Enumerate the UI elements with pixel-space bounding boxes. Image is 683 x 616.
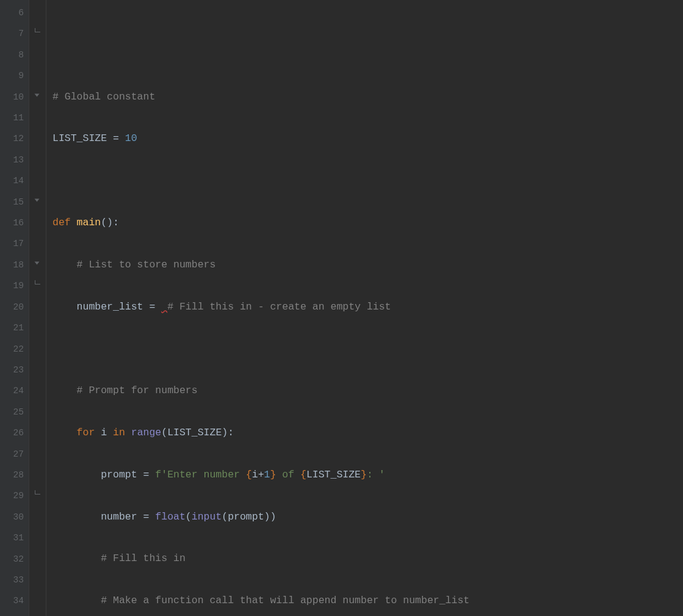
code-line[interactable]: # Prompt for numbers bbox=[52, 380, 683, 401]
code-text: LIST_SIZE = bbox=[52, 132, 125, 144]
line-number-gutter: 6789101112131415161718192021222324252627… bbox=[0, 0, 29, 616]
fold-column bbox=[29, 0, 46, 616]
function-name: main bbox=[77, 217, 101, 228]
line-number: 19 bbox=[0, 275, 29, 296]
line-number: 21 bbox=[0, 317, 29, 338]
fstring-brace: } bbox=[270, 469, 276, 480]
fstring-brace: { bbox=[246, 469, 252, 480]
code-line[interactable]: prompt = f'Enter number {i+1} of {LIST_S… bbox=[52, 465, 683, 485]
fstring-brace: } bbox=[361, 469, 367, 480]
string: of bbox=[276, 469, 300, 480]
error-underline bbox=[161, 301, 167, 313]
code-text: number = bbox=[52, 511, 155, 523]
line-number: 30 bbox=[0, 507, 29, 527]
fstring-var: i+ bbox=[252, 469, 264, 480]
code-line[interactable]: number = float(input(prompt)) bbox=[52, 507, 683, 527]
code-text: (prompt)) bbox=[222, 511, 276, 523]
fold-end-icon[interactable] bbox=[34, 280, 42, 288]
code-line[interactable]: # Fill this in bbox=[52, 548, 683, 569]
line-number: 33 bbox=[0, 570, 29, 590]
code-line[interactable] bbox=[52, 338, 683, 359]
code-text bbox=[52, 427, 77, 438]
fold-end-icon[interactable] bbox=[34, 28, 42, 35]
line-number: 22 bbox=[0, 339, 29, 360]
line-number: 6 bbox=[0, 2, 29, 23]
builtin: float bbox=[155, 511, 186, 523]
code-editor[interactable]: # Global constant LIST_SIZE = 10 def mai… bbox=[46, 0, 683, 616]
comment: # Fill this in - create an empty list bbox=[167, 301, 391, 313]
keyword: def bbox=[52, 217, 77, 228]
code-line[interactable]: number_list = # Fill this in - create an… bbox=[52, 297, 683, 317]
fold-start-icon[interactable] bbox=[34, 197, 42, 204]
line-number: 8 bbox=[0, 45, 29, 65]
fold-start-icon[interactable] bbox=[34, 92, 42, 99]
code-text: ( bbox=[186, 511, 192, 523]
fold-end-icon[interactable] bbox=[34, 490, 42, 498]
code-line[interactable]: # Make a function call that will append … bbox=[52, 590, 683, 611]
line-number: 34 bbox=[0, 590, 29, 611]
string: f'Enter number bbox=[155, 469, 246, 480]
line-number: 15 bbox=[0, 192, 29, 212]
line-number: 12 bbox=[0, 128, 29, 149]
code-line[interactable]: for i in range(LIST_SIZE): bbox=[52, 422, 683, 443]
line-number: 13 bbox=[0, 150, 29, 170]
code-text: (LIST_SIZE): bbox=[161, 427, 234, 438]
line-number: 28 bbox=[0, 465, 29, 485]
code-text: i bbox=[101, 427, 113, 438]
comment: # List to store numbers bbox=[52, 259, 215, 270]
code-line[interactable]: # List to store numbers bbox=[52, 255, 683, 275]
line-number: 18 bbox=[0, 255, 29, 275]
line-number: 16 bbox=[0, 212, 29, 233]
code-line[interactable]: LIST_SIZE = 10 bbox=[52, 128, 683, 149]
code-text: number_list = bbox=[52, 301, 161, 313]
line-number: 31 bbox=[0, 527, 29, 548]
comment: # Prompt for numbers bbox=[52, 385, 198, 396]
line-number: 11 bbox=[0, 107, 29, 128]
builtin: range bbox=[131, 427, 162, 438]
comment: # Fill this in bbox=[52, 553, 186, 564]
code-line[interactable]: def main(): bbox=[52, 212, 683, 233]
line-number: 14 bbox=[0, 170, 29, 191]
line-number: 25 bbox=[0, 402, 29, 422]
fstring-var: LIST_SIZE bbox=[306, 469, 361, 480]
line-number: 17 bbox=[0, 233, 29, 254]
fold-start-icon[interactable] bbox=[34, 259, 42, 267]
line-number: 24 bbox=[0, 380, 29, 401]
line-number: 20 bbox=[0, 297, 29, 317]
code-line[interactable] bbox=[52, 45, 683, 65]
code-text: prompt = bbox=[52, 469, 155, 480]
line-number: 9 bbox=[0, 65, 29, 86]
fstring-brace: { bbox=[300, 469, 306, 480]
number-literal: 1 bbox=[264, 469, 270, 480]
comment: # Make a function call that will append … bbox=[52, 595, 469, 606]
line-number: 7 bbox=[0, 23, 29, 44]
keyword: in bbox=[113, 427, 131, 438]
string: : ' bbox=[367, 469, 385, 480]
builtin: input bbox=[192, 511, 222, 523]
keyword: for bbox=[77, 427, 101, 438]
comment: # Global constant bbox=[52, 91, 155, 103]
code-line[interactable] bbox=[52, 170, 683, 191]
line-number: 10 bbox=[0, 87, 29, 107]
code-line[interactable]: # Global constant bbox=[52, 87, 683, 107]
line-number: 32 bbox=[0, 549, 29, 570]
line-number: 23 bbox=[0, 360, 29, 380]
line-number: 26 bbox=[0, 422, 29, 443]
line-number: 27 bbox=[0, 444, 29, 465]
number-literal: 10 bbox=[125, 132, 137, 144]
line-number: 29 bbox=[0, 485, 29, 506]
code-text: (): bbox=[101, 217, 119, 228]
